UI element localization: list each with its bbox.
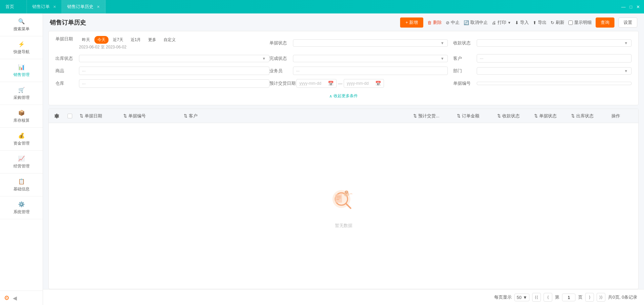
delivery-status-select[interactable]: ▼ bbox=[79, 55, 269, 62]
tab-home[interactable]: 首页 bbox=[0, 0, 27, 13]
product-input[interactable]: ··· bbox=[79, 67, 269, 75]
th-check[interactable] bbox=[65, 110, 77, 122]
delivery-status-arrow: ▼ bbox=[262, 56, 266, 61]
dept-select[interactable]: ▼ bbox=[477, 67, 632, 75]
order-no-label: 单据编号 bbox=[453, 80, 477, 86]
payment-status-label: 收款状态 bbox=[453, 40, 477, 46]
import-button[interactable]: ⬇ 导入 bbox=[515, 20, 529, 26]
sidebar-item-basic-info-label: 基础信息 bbox=[13, 186, 30, 192]
date-btn-1month[interactable]: 近1月 bbox=[128, 36, 144, 44]
date-btn-7days[interactable]: 近7天 bbox=[110, 36, 126, 44]
tab-sales-order-label: 销售订单 bbox=[32, 4, 50, 10]
maximize-button[interactable]: □ bbox=[630, 4, 632, 9]
sidebar-item-sales-mgmt-label: 销售管理 bbox=[13, 72, 30, 78]
date-btn-more[interactable]: 更多 bbox=[145, 36, 159, 44]
date-btn-today[interactable]: 今天 bbox=[94, 36, 109, 44]
tab-sales-history-close[interactable]: ✕ bbox=[97, 5, 100, 9]
stop-button[interactable]: ⊘ 中止 bbox=[446, 20, 460, 26]
th-customer-sort: ⇅ bbox=[184, 113, 187, 118]
header-checkbox[interactable] bbox=[68, 114, 72, 118]
sidebar-item-system-mgmt[interactable]: ⚙️ 系统管理 bbox=[0, 196, 43, 219]
refresh-button[interactable]: ↻ 刷新 bbox=[551, 20, 564, 26]
customer-input[interactable]: ··· bbox=[477, 54, 632, 63]
sidebar-item-sales-mgmt[interactable]: 📊 销售管理 bbox=[0, 59, 43, 82]
prev-page-button[interactable]: ⟨ bbox=[544, 293, 552, 302]
th-customer[interactable]: ⇅ 客户 bbox=[181, 110, 411, 122]
th-payment[interactable]: ⇅ 收款状态 bbox=[495, 110, 531, 122]
dept-arrow: ▼ bbox=[624, 69, 628, 73]
filter-row-3: 商品 ··· 业务员 ··· 部门 ▼ bbox=[55, 67, 632, 75]
stop-icon: ⊘ bbox=[446, 20, 449, 25]
date-btn-yesterday[interactable]: 昨天 bbox=[79, 36, 93, 44]
sidebar-item-basic-info[interactable]: 📋 基础信息 bbox=[0, 174, 43, 196]
first-page-button[interactable]: ⟨⟨ bbox=[532, 293, 541, 302]
th-date[interactable]: ⇅ 单据日期 bbox=[77, 110, 121, 122]
sidebar-item-finance[interactable]: 💰 资金管理 bbox=[0, 128, 43, 151]
print-icon: 🖨 bbox=[492, 20, 496, 25]
refresh-label: 刷新 bbox=[556, 20, 564, 26]
page-number-input[interactable] bbox=[562, 294, 575, 301]
total-records: 共0页, 0条记录 bbox=[608, 294, 637, 300]
delete-button[interactable]: 🗑 删除 bbox=[427, 20, 442, 26]
tab-sales-order[interactable]: 销售订单 ✕ bbox=[27, 0, 62, 13]
delivery-date-to[interactable]: yyyy-mm-dd 📅 bbox=[344, 79, 384, 88]
complete-status-select[interactable]: ▼ bbox=[293, 55, 448, 62]
tab-sales-order-close[interactable]: ✕ bbox=[53, 5, 56, 9]
delivery-date-label: 预计交货日期 bbox=[269, 80, 296, 86]
salesperson-dots: ··· bbox=[296, 68, 300, 73]
sidebar-item-operation-label: 经营管理 bbox=[13, 163, 30, 169]
collapse-row[interactable]: ∧ 收起更多条件 bbox=[55, 92, 632, 102]
print-button[interactable]: 🖨 打印 ▼ bbox=[492, 20, 511, 26]
settings-button[interactable]: 设置 bbox=[618, 17, 637, 28]
th-order-no[interactable]: ⇅ 单据编号 bbox=[121, 110, 181, 122]
collapse-up-icon: ∧ bbox=[329, 94, 332, 99]
sidebar-item-inventory[interactable]: 📦 库存核算 bbox=[0, 105, 43, 128]
page-title: 销售订单历史 bbox=[50, 18, 86, 27]
th-amount[interactable]: ⇅ 订单金额 bbox=[454, 110, 495, 122]
finance-icon: 💰 bbox=[18, 132, 25, 139]
tab-sales-history[interactable]: 销售订单历史 ✕ bbox=[62, 0, 105, 13]
pagination-bar: 每页显示 50 ▼ ⟨⟨ ⟨ 第 页 ⟩ ⟩⟩ 共0页, 0条记录 bbox=[43, 289, 644, 305]
print-label: 打印 bbox=[498, 20, 506, 26]
page-size-select[interactable]: 50 ▼ bbox=[514, 294, 529, 301]
product-dots: ··· bbox=[82, 68, 86, 73]
import-label: 导入 bbox=[520, 20, 529, 26]
order-status-select[interactable]: ▼ bbox=[293, 39, 448, 47]
new-button[interactable]: + 新增 bbox=[400, 17, 423, 28]
sidebar-item-operation[interactable]: 📈 经营管理 bbox=[0, 151, 43, 174]
next-page-button[interactable]: ⟩ bbox=[585, 293, 594, 302]
show-detail-control[interactable]: 显示明细 bbox=[568, 20, 592, 26]
query-button[interactable]: 查询 bbox=[596, 17, 614, 28]
last-page-button[interactable]: ⟩⟩ bbox=[597, 293, 605, 302]
print-arrow: ▼ bbox=[508, 21, 511, 25]
sidebar-item-purchase-mgmt[interactable]: 🛒 采购管理 bbox=[0, 82, 43, 105]
close-button[interactable]: ✕ bbox=[636, 4, 640, 9]
page-size-text: 每页显示 bbox=[494, 294, 512, 300]
salesperson-input[interactable]: ··· bbox=[293, 67, 448, 75]
cancel-stop-label: 取消中止 bbox=[470, 20, 488, 26]
show-detail-checkbox[interactable] bbox=[568, 21, 573, 25]
sidebar-item-search-menu[interactable]: 🔍 搜索菜单 bbox=[0, 13, 43, 36]
delivery-status-label: 出库状态 bbox=[55, 55, 79, 62]
warehouse-input[interactable]: ··· bbox=[79, 79, 269, 88]
sidebar-item-finance-label: 资金管理 bbox=[13, 141, 30, 146]
th-delivery-status[interactable]: ⇅ 出库状态 bbox=[568, 110, 609, 122]
th-delivery[interactable]: ⇅ 预计交货... bbox=[411, 110, 454, 122]
export-button[interactable]: ⬆ 导出 bbox=[533, 20, 547, 26]
th-order-status[interactable]: ⇅ 单据状态 bbox=[531, 110, 568, 122]
sidebar-collapse-icon[interactable]: ◀ bbox=[13, 295, 17, 301]
dept-label: 部门 bbox=[453, 68, 477, 74]
calendar-to-icon: 📅 bbox=[375, 81, 381, 86]
delivery-date-from-text: yyyy-mm-dd bbox=[299, 81, 321, 86]
th-settings[interactable] bbox=[51, 110, 65, 122]
date-label: 单据日期 bbox=[55, 36, 79, 42]
date-btn-custom[interactable]: 自定义 bbox=[161, 36, 179, 44]
sidebar-settings-icon[interactable]: ⚙ bbox=[4, 294, 9, 302]
order-no-input[interactable] bbox=[477, 82, 632, 85]
cancel-stop-button[interactable]: 🔄 取消中止 bbox=[464, 20, 488, 26]
payment-status-select[interactable]: ▼ bbox=[477, 39, 632, 47]
payment-status-arrow: ▼ bbox=[624, 41, 628, 45]
minimize-button[interactable]: — bbox=[621, 4, 626, 9]
sidebar-item-quick-nav[interactable]: ⚡ 快捷导航 bbox=[0, 36, 43, 59]
delivery-date-from[interactable]: yyyy-mm-dd 📅 bbox=[296, 79, 337, 88]
